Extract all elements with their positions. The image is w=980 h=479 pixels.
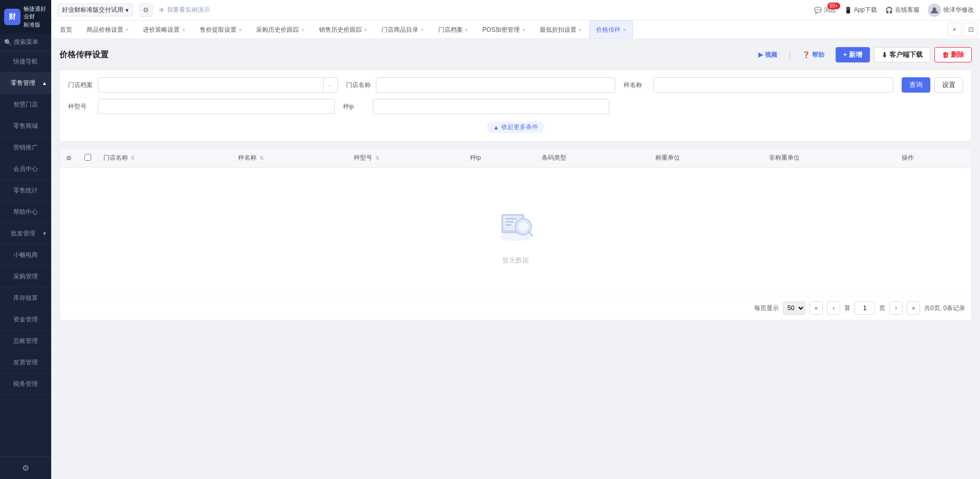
scale-model-label: 秤型号 — [68, 102, 94, 111]
tab-home[interactable]: 首页 — [53, 20, 79, 38]
logo-icon: 财 — [4, 9, 20, 25]
sort-icon: ⇅ — [375, 155, 379, 161]
sidebar-item-xiaochu[interactable]: 小畅电商 — [0, 245, 51, 266]
store-archive-label: 门店档案 — [68, 81, 94, 90]
sidebar-item-retail-mall[interactable]: 零售商城 — [0, 116, 51, 137]
tab-close-purchase-strategy[interactable]: × — [182, 27, 185, 33]
sidebar-item-ledger[interactable]: 总账管理 — [0, 331, 51, 352]
scale-model-input[interactable] — [98, 99, 335, 114]
sidebar-item-inventory[interactable]: 库存核算 — [0, 288, 51, 309]
store-archive-picker-button[interactable]: ··· — [324, 77, 338, 93]
add-button[interactable]: + 新增 — [836, 47, 870, 62]
tabbar-actions: × ⊡ — [947, 23, 978, 37]
sidebar-item-purchase[interactable]: 采购管理 — [0, 266, 51, 288]
help-link[interactable]: ❓ 帮助 — [795, 48, 832, 62]
store-name-label: 门店名称 — [346, 81, 372, 90]
tab-close-pos-encrypt[interactable]: × — [522, 27, 525, 33]
sidebar-settings-icon[interactable]: ⚙ — [0, 456, 51, 479]
help-icon: ❓ — [802, 51, 810, 58]
sidebar-item-smart-store[interactable]: 智慧门店 — [0, 94, 51, 116]
tab-close-product-price[interactable]: × — [125, 27, 129, 33]
tab-close-purchase-history[interactable]: × — [301, 27, 304, 33]
user-menu[interactable]: 徐泽华修改 — [928, 4, 974, 17]
messages-button[interactable]: 💬 消息 99+ — [814, 6, 836, 14]
prev-page-button[interactable]: ‹ — [827, 301, 840, 315]
delete-button[interactable]: 🗑 删除 — [934, 47, 972, 62]
sort-icon: ⇅ — [260, 155, 264, 161]
version-select[interactable]: 好业财标准版交付试用 ▾ — [57, 4, 133, 16]
settings-button[interactable]: ⚙ — [139, 4, 153, 17]
tab-sale-history[interactable]: 销售历史价跟踪 × — [312, 20, 374, 38]
tab-expand-button[interactable]: ⊡ — [964, 23, 978, 37]
tab-close-sale-price[interactable]: × — [239, 27, 242, 33]
store-archive-input[interactable] — [98, 77, 324, 93]
sidebar-item-tax[interactable]: 税务管理 — [0, 374, 51, 395]
tab-close-min-discount[interactable]: × — [579, 27, 582, 33]
tab-close-store-catalog[interactable]: × — [420, 27, 423, 33]
svg-point-5 — [518, 222, 528, 232]
first-page-button[interactable]: « — [809, 301, 823, 315]
logo-text: 畅捷通好业财 标准版 — [24, 5, 47, 29]
total-info: 共0页, 0条记录 — [924, 304, 965, 313]
th-scale-name[interactable]: 秤名称 ⇅ — [232, 148, 348, 168]
sidebar-item-wholesale[interactable]: 批发管理 ▼ — [0, 223, 51, 245]
th-store-name[interactable]: 门店名称 ⇅ — [97, 148, 232, 168]
sidebar-logo: 财 畅捷通好业财 标准版 — [0, 0, 51, 34]
download-icon: ⬇ — [882, 51, 887, 59]
sidebar-item-retail-stats[interactable]: 零售统计 — [0, 180, 51, 202]
avatar — [928, 4, 941, 17]
table-header-row: ⚙ 门店名称 ⇅ 秤名称 ⇅ — [60, 148, 971, 168]
page-label: 算 — [844, 304, 850, 313]
select-all-checkbox[interactable] — [84, 154, 91, 161]
tab-sale-price[interactable]: 售价提取设置 × — [193, 20, 248, 38]
tab-close-sale-history[interactable]: × — [364, 27, 367, 33]
sidebar: 财 畅捷通好业财 标准版 🔍 搜索菜单 快捷导航 零售管理 ▲ 智慧门店 零售商… — [0, 0, 51, 479]
tab-close-all-button[interactable]: × — [947, 23, 962, 37]
th-scale-model[interactable]: 秤型号 ⇅ — [348, 148, 463, 168]
next-page-button[interactable]: › — [889, 301, 903, 315]
per-page-select[interactable]: 50 — [783, 301, 805, 315]
query-button[interactable]: 查询 — [902, 77, 930, 93]
scale-ip-field: 秤ip — [343, 99, 610, 114]
tab-close-store-archive[interactable]: × — [465, 27, 468, 33]
tab-min-discount[interactable]: 最低折扣设置 × — [533, 20, 588, 38]
th-action: 操作 — [896, 148, 971, 168]
form-row-1: 门店档案 ··· 门店名称 秤名称 查询 — [68, 77, 963, 93]
scale-ip-label: 秤ip — [343, 102, 369, 111]
tab-close-price-scale[interactable]: × — [623, 27, 626, 33]
sidebar-item-finance[interactable]: 资金管理 — [0, 309, 51, 331]
sidebar-item-invoice[interactable]: 发票管理 — [0, 352, 51, 374]
sidebar-shortcut[interactable]: 快捷导航 — [0, 51, 51, 73]
last-page-button[interactable]: » — [907, 301, 920, 315]
tab-purchase-strategy[interactable]: 进价策略设置 × — [136, 20, 191, 38]
collapse-button[interactable]: ▲ 收起更多条件 — [487, 121, 544, 133]
demo-link[interactable]: 👁 我要看实例演示 — [159, 6, 210, 14]
app-download-button[interactable]: 📱 App下载 — [844, 6, 877, 14]
page-input[interactable] — [855, 301, 875, 315]
tab-store-archive[interactable]: 门店档案 × — [432, 20, 475, 38]
video-icon: ▶ — [758, 51, 763, 58]
online-service-button[interactable]: 🎧 在线客服 — [885, 6, 920, 14]
scale-ip-input[interactable] — [373, 99, 610, 114]
th-settings[interactable]: ⚙ — [60, 148, 78, 168]
store-name-input[interactable] — [376, 77, 616, 93]
topbar: 好业财标准版交付试用 ▾ ⚙ 👁 我要看实例演示 💬 消息 99+ 📱 App下… — [51, 0, 980, 20]
sidebar-item-retail-mgmt[interactable]: 零售管理 ▲ — [0, 73, 51, 94]
video-link[interactable]: ▶ 视频 — [751, 48, 784, 62]
tab-purchase-history[interactable]: 采购历史价跟踪 × — [249, 20, 311, 38]
sidebar-search[interactable]: 🔍 搜索菜单 — [0, 34, 51, 51]
scale-name-input[interactable] — [653, 77, 893, 93]
tab-store-catalog[interactable]: 门店商品目录 × — [375, 20, 430, 38]
tab-price-scale[interactable]: 价格传秤 × — [589, 20, 632, 38]
tab-product-price[interactable]: 商品价格设置 × — [80, 20, 135, 38]
sidebar-item-member[interactable]: 会员中心 — [0, 159, 51, 180]
settings-form-button[interactable]: 设置 — [934, 77, 963, 93]
th-checkbox[interactable] — [78, 148, 97, 168]
empty-state: 暂无数据 — [60, 168, 971, 296]
service-icon: 🎧 — [885, 7, 893, 14]
tab-pos-encrypt[interactable]: POS加密管理 × — [476, 20, 532, 38]
sidebar-item-help[interactable]: 帮助中心 — [0, 202, 51, 223]
scale-model-field: 秤型号 — [68, 99, 335, 114]
download-button[interactable]: ⬇ 客户端下载 — [874, 47, 930, 62]
sidebar-item-marketing[interactable]: 营销推广 — [0, 137, 51, 159]
